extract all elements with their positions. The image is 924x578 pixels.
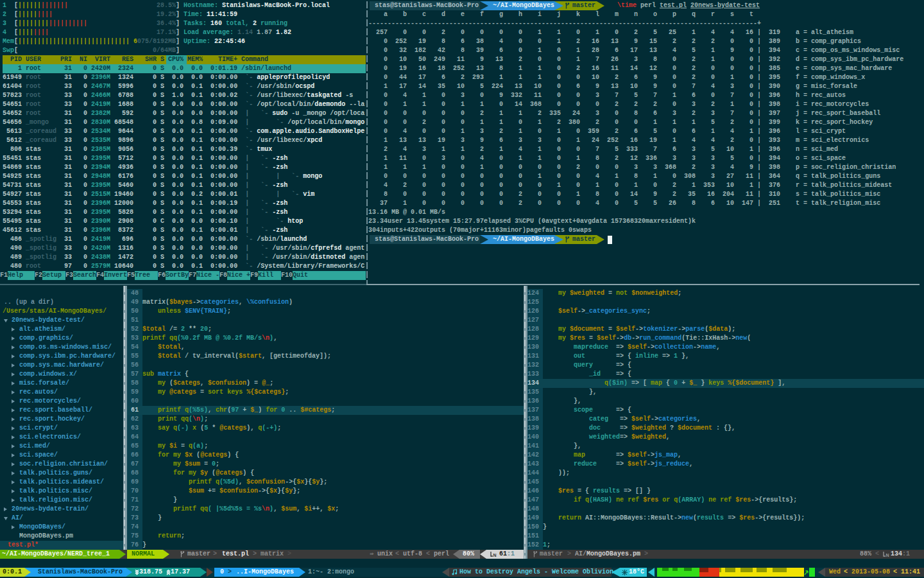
svg-text:N: N [886,553,889,557]
svg-text:N: N [493,553,497,557]
